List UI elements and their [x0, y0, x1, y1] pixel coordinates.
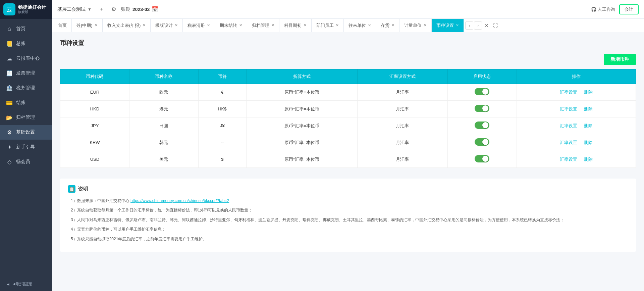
- user-role-button[interactable]: 会计: [619, 4, 639, 14]
- cell-name: 日圆: [129, 117, 198, 134]
- delete-link-USD[interactable]: 删除: [584, 157, 593, 162]
- tab-currency-close[interactable]: ✕: [456, 23, 459, 28]
- logo-text: 畅捷通好会计 旗舰版: [18, 4, 46, 15]
- cell-enabled: [447, 117, 517, 134]
- tab-clients[interactable]: 往来单位 ✕: [344, 19, 376, 32]
- new-currency-button[interactable]: 新增币种: [604, 54, 636, 65]
- rate-setting-link-KRW[interactable]: 汇率设置: [560, 140, 577, 145]
- cell-rate-type: 月汇率: [357, 101, 447, 117]
- delete-link-KRW[interactable]: 删除: [584, 140, 593, 145]
- main-content: 币种设置 新增币种 币种代码 币种名称 币符 折算方式 汇率设置方式 启用状态 …: [52, 32, 644, 291]
- settings-icon: ⚙: [6, 129, 13, 136]
- notes-section: 📋 说明 1）数据来源：中国外汇交易中心 https://www.chinamo…: [60, 179, 636, 252]
- tab-tax-close[interactable]: ✕: [207, 23, 210, 28]
- sidebar-item-member[interactable]: ◇ 畅会员: [0, 154, 52, 169]
- delete-link-HKD[interactable]: 删除: [584, 106, 593, 111]
- tab-subjects[interactable]: 科目期初 ✕: [279, 19, 312, 32]
- tab-inventory-close[interactable]: ✕: [391, 23, 394, 28]
- sidebar-pin-toggle[interactable]: ◄ ◄取消固定: [0, 277, 52, 291]
- add-project-button[interactable]: ＋: [97, 5, 106, 14]
- cell-rate-type: 月汇率: [357, 84, 447, 101]
- cell-rate-type: 月汇率: [357, 117, 447, 134]
- toggle-thumb: [482, 156, 488, 162]
- tab-unit[interactable]: 计量单位 ✕: [399, 19, 432, 32]
- rate-setting-link-HKD[interactable]: 汇率设置: [560, 106, 577, 111]
- calendar-icon[interactable]: 📅: [152, 6, 158, 12]
- cell-symbol: --: [198, 134, 246, 151]
- tab-clients-close[interactable]: ✕: [368, 23, 371, 28]
- toggle-EUR[interactable]: [475, 88, 489, 95]
- cell-code: EUR: [60, 84, 129, 101]
- sidebar-item-tax[interactable]: 🏦 税务管理: [0, 81, 52, 95]
- sidebar-item-invoice[interactable]: 🧾 发票管理: [0, 66, 52, 81]
- sidebar-label-guide: 新手引导: [16, 144, 35, 150]
- toggle-track[interactable]: [475, 138, 489, 146]
- tab-period-end-close[interactable]: ✕: [239, 23, 242, 28]
- toggle-HKD[interactable]: [475, 105, 489, 112]
- tab-annual-close[interactable]: ✕: [143, 23, 146, 28]
- tab-department[interactable]: 部门员工 ✕: [312, 19, 344, 32]
- toggle-USD[interactable]: [475, 155, 489, 162]
- tab-subjects-close[interactable]: ✕: [304, 23, 307, 28]
- tab-unit-label: 计量单位: [404, 22, 422, 29]
- tab-unit-close[interactable]: ✕: [424, 23, 427, 28]
- sidebar-item-archive[interactable]: 📂 归档管理: [0, 110, 52, 125]
- toggle-thumb: [482, 89, 488, 95]
- tab-interim-close[interactable]: ✕: [95, 23, 98, 28]
- delete-link-EUR[interactable]: 删除: [584, 90, 593, 95]
- toggle-track[interactable]: [475, 88, 489, 95]
- rate-setting-link-JPY[interactable]: 汇率设置: [560, 123, 577, 128]
- tab-prev-button[interactable]: ‹: [465, 21, 473, 30]
- notes-link[interactable]: https://www.chinamoney.com.cn/chinese/bk…: [130, 198, 229, 203]
- tab-annual[interactable]: 收入支出表(年报) ✕: [103, 19, 151, 32]
- tab-period-end[interactable]: 期末结转 ✕: [215, 19, 247, 32]
- rate-setting-link-EUR[interactable]: 汇率设置: [560, 90, 577, 95]
- toggle-KRW[interactable]: [475, 138, 489, 146]
- toggle-JPY[interactable]: [475, 122, 489, 129]
- tab-archive[interactable]: 归档管理 ✕: [247, 19, 279, 32]
- tab-close-all-button[interactable]: ✕: [483, 21, 491, 30]
- table-row: JPY 日圆 J¥ 原币*汇率=本位币 月汇率 汇率设置 删除: [60, 117, 636, 134]
- sidebar-item-ledger[interactable]: 📒 总账: [0, 36, 52, 51]
- tab-interim-label: 砼(中期): [76, 22, 93, 29]
- project-selector[interactable]: 基层工会测试 ▼: [57, 6, 92, 12]
- tab-template-close[interactable]: ✕: [175, 23, 178, 28]
- sidebar-label-invoice: 发票管理: [16, 70, 35, 76]
- tab-home[interactable]: 首页: [53, 19, 72, 32]
- tab-template-label: 模版设计: [155, 22, 173, 29]
- delete-link-JPY[interactable]: 删除: [584, 123, 593, 128]
- tab-inventory-label: 存货: [381, 22, 389, 29]
- toggle-track[interactable]: [475, 105, 489, 112]
- tab-period-end-label: 期末结转: [220, 22, 237, 29]
- toggle-track[interactable]: [475, 155, 489, 162]
- tab-expand-button[interactable]: ⛶: [491, 21, 499, 30]
- cell-name: 韩元: [129, 134, 198, 151]
- rate-setting-link-USD[interactable]: 汇率设置: [560, 157, 577, 162]
- table-row: KRW 韩元 -- 原币*汇率=本位币 月汇率 汇率设置 删除: [60, 134, 636, 151]
- sidebar-item-guide[interactable]: ✦ 新手引导: [0, 140, 52, 154]
- tab-tax[interactable]: 税表清册 ✕: [183, 19, 215, 32]
- sidebar-label-reports: 云报表中心: [16, 55, 40, 61]
- tab-currency[interactable]: 币种设置 ✕: [432, 19, 464, 32]
- table-row: HKD 港元 HK$ 原币*汇率=本位币 月汇率 汇率设置 删除: [60, 101, 636, 117]
- settings-button[interactable]: ⚙: [109, 5, 118, 14]
- service-button[interactable]: 🎧 人工咨询: [591, 6, 615, 12]
- sidebar-item-settings[interactable]: ⚙ 基础设置: [0, 125, 52, 140]
- toggle-track[interactable]: [475, 122, 489, 129]
- tab-archive-close[interactable]: ✕: [271, 23, 274, 28]
- sidebar-item-settle[interactable]: 💳 结账: [0, 95, 52, 110]
- cell-symbol: $: [198, 151, 246, 168]
- sidebar-item-reports[interactable]: ☁ 云报表中心: [0, 51, 52, 66]
- tab-department-close[interactable]: ✕: [336, 23, 339, 28]
- sidebar-label-archive: 归档管理: [16, 114, 35, 120]
- project-name: 基层工会测试: [57, 6, 86, 12]
- tab-interim[interactable]: 砼(中期) ✕: [72, 19, 103, 32]
- action-bar: 新增币种: [60, 54, 636, 65]
- sidebar-item-home[interactable]: ⌂ 首页: [0, 21, 52, 36]
- tab-inventory[interactable]: 存货 ✕: [376, 19, 399, 32]
- tab-next-button[interactable]: ›: [474, 21, 482, 30]
- tab-template[interactable]: 模版设计 ✕: [151, 19, 183, 32]
- guide-icon: ✦: [6, 144, 13, 150]
- cell-code: USD: [60, 151, 129, 168]
- tab-currency-label: 币种设置: [436, 22, 454, 29]
